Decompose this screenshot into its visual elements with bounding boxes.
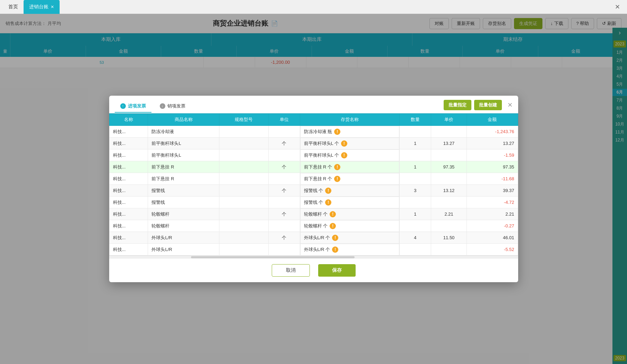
dialog-header: ↑ 进项发票 ↓ 销项发票 批量指定 批量创建 ✕ (109, 96, 518, 113)
tab-ledger-label: 进销台账 (29, 4, 49, 10)
cell-unit: 个 (268, 232, 300, 244)
cell-qty (399, 173, 431, 185)
cell-name: 科技... (109, 197, 148, 208)
cell-qty (399, 149, 431, 161)
cell-qty (399, 244, 431, 255)
warning-icon: ! (334, 164, 340, 170)
cell-unit: 个 (268, 138, 300, 149)
cell-price: 11.50 (431, 232, 467, 244)
warning-icon: ! (332, 235, 338, 241)
cell-amount: -0.27 (467, 220, 518, 232)
cell-spec (219, 173, 268, 185)
table-row: 科技...外球头L/R个外球头L/R 个!411.5046.01 (109, 232, 518, 244)
cell-name: 科技... (109, 149, 148, 161)
cell-unit (268, 173, 300, 185)
cell-amount: 39.37 (467, 185, 518, 197)
cell-amount: -11.68 (467, 173, 518, 185)
cell-qty (399, 220, 431, 232)
warning-icon: ! (325, 188, 331, 194)
cell-product-name: 报警线 (148, 185, 219, 197)
warning-icon: ! (334, 129, 340, 135)
cell-name: 科技... (109, 244, 148, 255)
cell-name: 科技... (109, 125, 148, 138)
cell-spec (219, 220, 268, 232)
cell-unit (268, 197, 300, 208)
cell-unit: 个 (268, 208, 300, 220)
tab-ledger[interactable]: 进销台账 ✕ (24, 0, 60, 14)
dialog-close-button[interactable]: ✕ (507, 101, 513, 112)
incoming-tab-label: 进项发票 (128, 103, 146, 109)
cell-qty (399, 197, 431, 208)
cell-price: 97.35 (431, 161, 467, 173)
warning-icon: ! (330, 211, 336, 217)
cell-price (431, 149, 467, 161)
cell-stock-name: 外球头L/R 个! (300, 244, 399, 255)
cell-name: 科技... (109, 185, 148, 197)
warning-icon: ! (332, 246, 338, 253)
cell-product-name: 外球头L/R (148, 244, 219, 255)
warning-icon: ! (334, 176, 340, 182)
horizontal-scrollbar[interactable] (109, 255, 518, 258)
tab-home[interactable]: 首页 (3, 0, 24, 14)
cell-spec (219, 197, 268, 208)
warning-icon: ! (330, 223, 336, 229)
cell-stock-name: 轮毂螺杆 个! (300, 208, 399, 220)
cell-qty: 1 (399, 138, 431, 149)
cell-amount: -5.52 (467, 244, 518, 255)
incoming-tab-icon: ↑ (120, 103, 126, 109)
dialog-header-actions: 批量指定 批量创建 (444, 100, 502, 113)
cell-product-name: 轮毂螺杆 (148, 208, 219, 220)
cell-spec (219, 161, 268, 173)
col-spec: 规格型号 (219, 113, 268, 125)
app-close-button[interactable]: ✕ (611, 3, 624, 11)
cell-unit (268, 244, 300, 255)
table-row: 科技...外球头L/R外球头L/R 个!-5.52 (109, 244, 518, 255)
col-product-name: 商品名称 (148, 113, 219, 125)
cell-spec (219, 208, 268, 220)
cell-name: 科技... (109, 232, 148, 244)
save-button[interactable]: 保存 (318, 264, 356, 277)
cell-spec (219, 244, 268, 255)
cell-amount: 13.27 (467, 138, 518, 149)
dialog-table-wrap: 名称 商品名称 规格型号 单位 存货名称 数量 单价 金额 科技...防冻冷却液… (109, 113, 518, 256)
tab-ledger-close[interactable]: ✕ (51, 5, 54, 9)
cell-qty: 1 (399, 161, 431, 173)
cell-qty: 3 (399, 185, 431, 197)
cell-name: 科技... (109, 220, 148, 232)
cell-amount: 2.21 (467, 208, 518, 220)
table-row: 科技...前下悬挂 R前下悬挂 R 个!-11.68 (109, 173, 518, 185)
cell-product-name: 防冻冷却液 (148, 125, 219, 138)
cell-stock-name: 防冻冷却液 瓶! (300, 126, 399, 138)
scrollbar-thumb[interactable] (191, 256, 355, 258)
cell-price (431, 220, 467, 232)
warning-icon: ! (341, 152, 347, 158)
cell-unit: 个 (268, 185, 300, 197)
cell-spec (219, 232, 268, 244)
cell-amount: -1.59 (467, 149, 518, 161)
cell-qty: 1 (399, 208, 431, 220)
cell-unit: 个 (268, 161, 300, 173)
tab-home-label: 首页 (8, 4, 18, 10)
col-name: 名称 (109, 113, 148, 125)
cell-name: 科技... (109, 138, 148, 149)
cell-qty (399, 125, 431, 138)
cancel-button[interactable]: 取消 (272, 264, 310, 277)
cell-unit (268, 125, 300, 138)
col-unit: 单位 (268, 113, 300, 125)
cell-stock-name: 前平衡杆球头L 个! (300, 149, 399, 161)
table-row: 科技...前平衡杆球头L个前平衡杆球头L 个!113.2713.27 (109, 138, 518, 149)
cell-spec (219, 138, 268, 149)
batch-designate-button[interactable]: 批量指定 (444, 100, 471, 110)
cell-product-name: 报警线 (148, 197, 219, 208)
cell-stock-name: 前下悬挂 R 个! (300, 173, 399, 185)
cell-price (431, 173, 467, 185)
cell-price (431, 125, 467, 138)
tab-incoming-invoice[interactable]: ↑ 进项发票 (115, 100, 151, 113)
batch-create-button[interactable]: 批量创建 (474, 100, 502, 110)
cell-name: 科技... (109, 208, 148, 220)
table-row: 科技...轮毂螺杆轮毂螺杆 个!-0.27 (109, 220, 518, 232)
col-stock-name: 存货名称 (300, 113, 399, 125)
cell-stock-name: 前平衡杆球头L 个! (300, 138, 399, 149)
tab-outgoing-invoice[interactable]: ↓ 销项发票 (154, 100, 191, 113)
cell-product-name: 前下悬挂 R (148, 173, 219, 185)
